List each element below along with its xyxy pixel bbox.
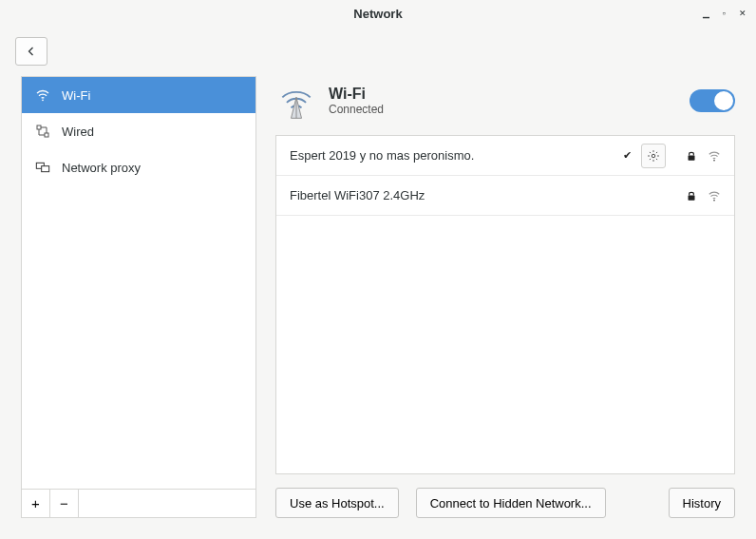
panel-title: Wi-Fi [329,86,384,103]
svg-point-5 [652,154,655,158]
network-ssid: Fibertel WiFi307 2.4GHz [290,188,666,202]
svg-point-0 [42,99,44,101]
connection-status: Connected [329,103,384,116]
add-connection-button[interactable]: + [22,490,50,517]
back-button[interactable] [15,37,47,66]
lock-icon [685,189,698,202]
content: Wi-Fi Wired Network proxy + − [0,76,756,539]
connected-check-icon: ✔ [623,149,632,162]
remove-connection-button[interactable]: − [50,490,79,517]
panel-header: Wi-Fi Connected [275,80,735,122]
gear-icon [647,149,660,163]
chevron-left-icon [26,46,37,57]
titlebar: Network ▁ ▫ ✕ [0,0,756,27]
sidebar-item-wifi[interactable]: Wi-Fi [22,77,255,113]
proxy-icon [35,160,50,175]
footer-buttons: Use as Hotspot... Connect to Hidden Netw… [275,488,735,518]
sidebar-list: Wi-Fi Wired Network proxy [21,76,256,490]
network-row[interactable]: Espert 2019 y no mas peronismo. ✔ [276,136,734,176]
network-settings-button[interactable] [641,144,666,168]
connect-hidden-network-button[interactable]: Connect to Hidden Network... [416,488,606,518]
svg-rect-2 [45,133,48,137]
wifi-toggle[interactable] [690,89,735,112]
signal-icon [708,149,721,163]
network-ssid: Espert 2019 y no mas peronismo. [290,148,614,163]
wifi-icon [35,87,50,103]
window-title: Network [353,7,402,21]
main-panel: Wi-Fi Connected Espert 2019 y no mas per… [275,76,735,518]
sidebar-item-label: Wi-Fi [62,88,90,103]
sidebar-item-label: Network proxy [62,161,141,175]
toolbar [0,27,756,76]
network-list: Espert 2019 y no mas peronismo. ✔ Fibert… [275,135,735,474]
network-row[interactable]: Fibertel WiFi307 2.4GHz [276,176,734,216]
network-indicators [685,149,721,163]
panel-header-text: Wi-Fi Connected [329,86,384,116]
svg-rect-4 [42,166,49,172]
history-button[interactable]: History [669,488,735,518]
close-button[interactable]: ✕ [739,9,747,18]
minimize-button[interactable]: ▁ [703,9,709,18]
sidebar-item-wired[interactable]: Wired [22,113,255,149]
svg-point-7 [713,159,715,161]
maximize-button[interactable]: ▫ [723,9,726,18]
window: Network ▁ ▫ ✕ Wi-Fi [0,0,756,539]
sidebar: Wi-Fi Wired Network proxy + − [21,76,256,518]
svg-point-9 [713,199,715,201]
lock-icon [685,149,698,163]
svg-rect-1 [37,125,41,129]
window-controls: ▁ ▫ ✕ [703,0,747,27]
wired-icon [35,124,50,139]
use-as-hotspot-button[interactable]: Use as Hotspot... [275,488,399,518]
svg-rect-8 [689,195,695,200]
sidebar-item-proxy[interactable]: Network proxy [22,149,255,185]
sidebar-item-label: Wired [62,125,94,139]
network-indicators [685,189,721,202]
sidebar-footer: + − [21,490,256,518]
signal-icon [708,189,721,202]
svg-rect-6 [689,155,695,160]
wifi-device-icon [275,80,317,122]
